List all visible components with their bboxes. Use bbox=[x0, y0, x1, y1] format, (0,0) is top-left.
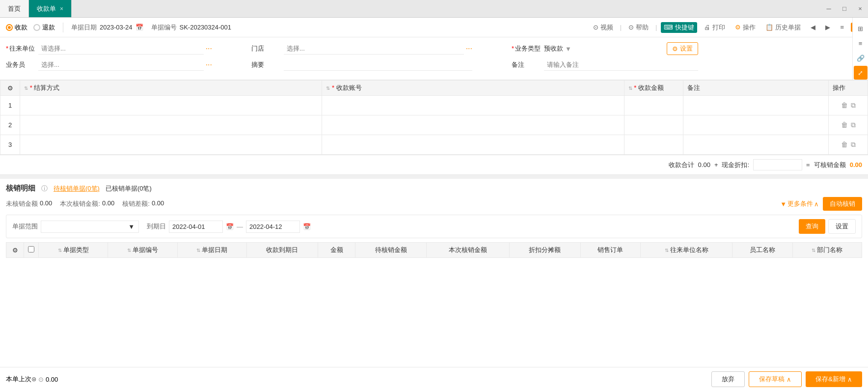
row-3-amount[interactable] bbox=[624, 135, 683, 155]
row-3-settlement[interactable] bbox=[20, 135, 322, 155]
table-footer: 收款合计 0.00 + 现金折扣: = 可核销金额 0.00 bbox=[0, 155, 868, 174]
discount-input[interactable] bbox=[753, 159, 802, 170]
due-date-from-input[interactable] bbox=[169, 221, 223, 233]
gear-icon: ⚙ bbox=[672, 45, 678, 53]
nav-prev-button[interactable]: ◀ bbox=[808, 23, 818, 32]
tab-collection[interactable]: 收款单 × bbox=[29, 0, 72, 17]
layout-list-button[interactable]: ≡ bbox=[837, 23, 847, 32]
footer-info-icon[interactable]: ⊙ bbox=[38, 376, 44, 383]
shortcut-icon: ⌨ bbox=[664, 24, 673, 31]
range-select[interactable]: ▼ bbox=[41, 221, 139, 233]
shortcut-button[interactable]: ⌨ 快捷键 bbox=[661, 22, 697, 33]
delete-icon-2[interactable]: 🗑 bbox=[841, 121, 848, 129]
sales-input[interactable] bbox=[38, 59, 204, 71]
save-draft-button[interactable]: 保存草稿 ∧ bbox=[749, 371, 802, 387]
table-body: 1 🗑 ⧉ 2 bbox=[0, 96, 868, 155]
maximize-button[interactable]: □ bbox=[837, 0, 852, 17]
verify-col-checkbox[interactable] bbox=[24, 243, 39, 258]
sum-label: 收款合计 bbox=[669, 161, 694, 169]
form-row-1: 往来单位 ··· 门店 ··· 业务类型 预收款 ▼ ⚙ 设置 bbox=[6, 42, 862, 55]
radio-collection-label: 收款 bbox=[15, 23, 27, 32]
copy-icon-3[interactable]: ⧉ bbox=[851, 140, 856, 149]
cal-from-icon[interactable]: 📅 bbox=[226, 223, 234, 230]
auto-verify-button[interactable]: 自动核销 bbox=[823, 197, 862, 211]
range-dropdown-icon: ▼ bbox=[128, 223, 135, 230]
verify-info-icon[interactable]: ⓘ bbox=[41, 184, 48, 193]
select-all-checkbox[interactable] bbox=[28, 246, 34, 252]
counterpart-more-icon[interactable]: ··· bbox=[206, 44, 212, 53]
counterpart-input[interactable] bbox=[38, 43, 204, 55]
sidebar-table-icon[interactable]: ⊞ bbox=[854, 22, 868, 35]
shop-more-icon[interactable]: ··· bbox=[466, 44, 472, 53]
verify-stats: 未核销金额 0.00 本次核销金额: 0.00 核销差额: 0.00 ▼ 更多条… bbox=[6, 197, 862, 211]
summary-input[interactable] bbox=[284, 59, 472, 71]
operate-button[interactable]: ⚙ 操作 bbox=[732, 22, 759, 33]
sidebar-expand-icon[interactable]: ⤢ bbox=[854, 66, 868, 80]
save-new-button[interactable]: 保存&新增 ∧ bbox=[806, 371, 862, 387]
video-label: 视频 bbox=[600, 23, 613, 32]
radio-collection[interactable]: 收款 bbox=[6, 23, 27, 32]
cal-to-icon[interactable]: 📅 bbox=[303, 223, 311, 230]
verified-tab[interactable]: 已核销单据(0笔) bbox=[106, 184, 152, 193]
tab-close-icon[interactable]: × bbox=[60, 5, 63, 12]
row-2-note[interactable] bbox=[683, 115, 828, 135]
pending-tab[interactable]: 待核销单据(0笔) bbox=[54, 184, 100, 193]
abandon-button[interactable]: 放弃 bbox=[711, 371, 745, 387]
copy-icon-1[interactable]: ⧉ bbox=[851, 101, 856, 110]
filter-setting-button[interactable]: 设置 bbox=[828, 219, 856, 234]
save-draft-label: 保存草稿 bbox=[759, 375, 785, 384]
history-button[interactable]: 📋 历史单据 bbox=[762, 22, 804, 33]
print-label: 打印 bbox=[712, 23, 725, 32]
tab-home[interactable]: 首页 bbox=[0, 0, 29, 17]
row-2-settlement[interactable] bbox=[20, 115, 322, 135]
operate-label: 操作 bbox=[743, 23, 756, 32]
save-new-arrow-icon: ∧ bbox=[847, 376, 852, 383]
date-label: 单据日期 bbox=[71, 23, 97, 32]
biz-type-label: 业务类型 bbox=[512, 44, 541, 53]
settings-button[interactable]: ⚙ 设置 bbox=[667, 42, 698, 55]
print-button[interactable]: 🖨 打印 bbox=[701, 22, 728, 33]
col-settings-header[interactable]: ⚙ bbox=[0, 81, 20, 96]
row-1-note[interactable] bbox=[683, 96, 828, 115]
radio-refund[interactable]: 退款 bbox=[33, 23, 55, 32]
row-3-actions: 🗑 ⧉ bbox=[829, 135, 868, 155]
unchecked-label: 未核销金额 bbox=[6, 199, 38, 208]
row-2-account[interactable] bbox=[322, 115, 624, 135]
due-date-to-input[interactable] bbox=[246, 221, 300, 233]
minimize-button[interactable]: ─ bbox=[821, 0, 837, 17]
row-1-account[interactable] bbox=[322, 96, 624, 115]
verify-col-date: 单据日期 bbox=[177, 243, 246, 258]
row-1-amount[interactable] bbox=[624, 96, 683, 115]
video-button[interactable]: ⊙ 视频 bbox=[590, 22, 616, 33]
calendar-icon[interactable]: 📅 bbox=[136, 24, 143, 31]
row-3-note[interactable] bbox=[683, 135, 828, 155]
prev-icon: ◀ bbox=[811, 24, 815, 31]
number-value: SK-20230324-001 bbox=[180, 24, 232, 31]
note-input[interactable] bbox=[544, 59, 698, 71]
shop-input[interactable] bbox=[284, 43, 464, 55]
due-date-label: 到期日 bbox=[147, 222, 166, 231]
sidebar-link-icon[interactable]: 🔗 bbox=[854, 51, 868, 65]
verify-col-settings[interactable]: ⚙ bbox=[6, 243, 24, 258]
delete-icon-1[interactable]: 🗑 bbox=[841, 101, 848, 110]
form-row-2: 业务员 ··· 摘要 备注 bbox=[6, 59, 862, 71]
action-icons-1: 🗑 ⧉ bbox=[833, 101, 864, 110]
row-2-amount[interactable] bbox=[624, 115, 683, 135]
sidebar-list-icon[interactable]: ≡ bbox=[854, 36, 868, 50]
help-button[interactable]: ⊙ 帮助 bbox=[625, 22, 651, 33]
sales-more-icon[interactable]: ··· bbox=[206, 60, 212, 69]
row-1-settlement[interactable] bbox=[20, 96, 322, 115]
row-3-account[interactable] bbox=[322, 135, 624, 155]
table-section: ⚙ ⇅ * 结算方式 ⇅ * 收款账号 ⇅ * 收款 bbox=[0, 80, 868, 175]
close-button[interactable]: × bbox=[852, 0, 868, 17]
footer-sum-label: 本单上次⊙ bbox=[6, 375, 36, 384]
verify-col-discount: 折扣分摊额 bbox=[509, 243, 580, 258]
copy-icon-2[interactable]: ⧉ bbox=[851, 121, 856, 129]
delete-icon-3[interactable]: 🗑 bbox=[841, 140, 848, 149]
counterpart-label: 往来单位 bbox=[6, 44, 35, 53]
biz-type-arrow-icon[interactable]: ▼ bbox=[565, 45, 571, 53]
query-button[interactable]: 查询 bbox=[799, 219, 825, 234]
tab-collection-label: 收款单 bbox=[37, 4, 56, 13]
nav-next-button[interactable]: ▶ bbox=[822, 23, 833, 32]
more-conditions-button[interactable]: ▼ 更多条件 ∧ bbox=[780, 199, 819, 208]
